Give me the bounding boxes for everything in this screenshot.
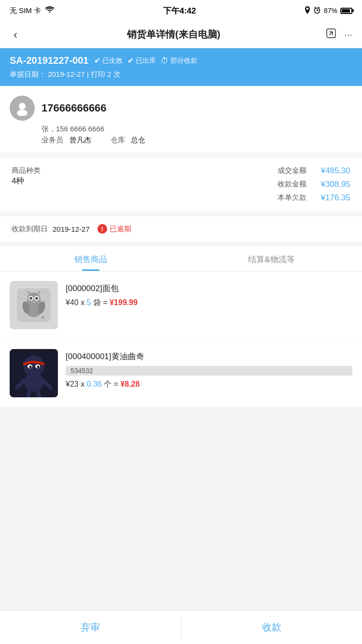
svg-point-7 <box>17 110 28 116</box>
product-item: + [0000002]面包 ¥40 x 5 袋 = ¥199.99 <box>0 271 362 339</box>
collected-row: 收款金额 ¥308.95 <box>278 180 350 189</box>
product-price-2: ¥23 x 0.36 个 = ¥8.28 <box>66 379 352 390</box>
tab-settlement[interactable]: 结算&物流等 <box>181 246 362 271</box>
nav-bar: ‹ 销货单详情(来自电脑) ··· <box>0 21 362 48</box>
product-price-1: ¥40 x 5 袋 = ¥199.99 <box>66 298 352 308</box>
tabs-section: 销售商品 结算&物流等 <box>0 246 362 271</box>
avatar <box>10 96 35 121</box>
status-badge-3: ⏱ 部分收款 <box>161 56 197 65</box>
overdue-dot-icon: ! <box>97 224 107 234</box>
status-badges: ✔ 已生效 ✔ 已出库 ⏱ 部分收款 <box>94 56 197 65</box>
svg-point-14 <box>35 297 38 300</box>
order-meta: 单据日期： 2019-12-27 | 打印 2 次 <box>10 70 352 79</box>
product-name-1: [0000002]面包 <box>66 283 352 294</box>
product-image-2 <box>10 349 58 397</box>
due-label: 收款到期日 <box>12 224 48 234</box>
category-value: 4种 <box>12 175 41 186</box>
category-info: 商品种类 4种 <box>12 166 41 186</box>
customer-info: 张，156 6666 6666 <box>10 125 352 134</box>
reject-button[interactable]: 弃审 <box>0 613 181 642</box>
deal-amount-row: 成交金额 ¥485.30 <box>278 166 350 176</box>
products-section: + [0000002]面包 ¥40 x 5 袋 = ¥199.99 <box>0 271 362 407</box>
summary-row: 商品种类 4种 成交金额 ¥485.30 收款金额 ¥308.95 本单欠款 ¥… <box>12 166 350 203</box>
order-header: SA-20191227-001 ✔ 已生效 ✔ 已出库 ⏱ 部分收款 单据日期：… <box>0 48 362 86</box>
owl-icon: + <box>17 288 51 322</box>
svg-point-25 <box>29 366 32 368</box>
staff-warehouse-row: 业务员 曾凡杰 仓库 总仓 <box>10 136 352 145</box>
collected-value: ¥308.95 <box>321 180 350 189</box>
user-icon <box>14 100 30 116</box>
svg-line-4 <box>319 7 320 8</box>
product-qty-1: 5 <box>87 298 91 307</box>
collect-button[interactable]: 收款 <box>181 613 362 642</box>
clock-icon: ⏱ <box>161 56 168 65</box>
tabs-row: 销售商品 结算&物流等 <box>0 246 362 271</box>
status-left: 无 SIM 卡 <box>10 6 55 15</box>
page-title: 销货单详情(来自电脑) <box>127 28 220 41</box>
overdue-text: 已逾期 <box>110 224 131 234</box>
due-date-section: 收款到期日 2019-12-27 ! 已逾期 <box>0 216 362 241</box>
product-item-2: [000400001]黄油曲奇 534532 ¥23 x 0.36 个 = ¥8… <box>0 339 362 407</box>
wifi-icon <box>45 6 55 15</box>
tab-sales-products[interactable]: 销售商品 <box>0 246 181 271</box>
battery-percentage: 87% <box>324 7 337 14</box>
product-name-2: [000400001]黄油曲奇 <box>66 351 352 362</box>
status-badge-2: ✔ 已出库 <box>127 56 156 65</box>
svg-point-13 <box>29 297 32 300</box>
carrier-text: 无 SIM 卡 <box>10 6 41 15</box>
deal-amount-value: ¥485.30 <box>321 166 350 176</box>
product-info-2: [000400001]黄油曲奇 534532 ¥23 x 0.36 个 = ¥8… <box>66 349 352 390</box>
more-icon[interactable]: ··· <box>344 29 352 40</box>
customer-row: 17666666666 <box>10 96 352 121</box>
svg-text:+: + <box>41 314 44 321</box>
category-label: 商品种类 <box>12 166 41 175</box>
status-badge-1: ✔ 已生效 <box>94 56 123 65</box>
svg-point-26 <box>37 366 40 368</box>
svg-line-30 <box>28 390 30 397</box>
status-bar: 无 SIM 卡 下午4:42 87% <box>0 0 362 21</box>
product-total-2: ¥8.28 <box>120 380 139 388</box>
share-icon[interactable] <box>326 28 336 41</box>
product-qty-2: 0.36 <box>87 380 102 388</box>
due-date-value: 2019-12-27 <box>53 225 90 233</box>
svg-point-27 <box>24 372 43 392</box>
product-image-1: + <box>10 281 58 329</box>
debt-label: 本单欠款 <box>278 193 306 203</box>
summary-section: 商品种类 4种 成交金额 ¥485.30 收款金额 ¥308.95 本单欠款 ¥… <box>0 157 362 211</box>
collected-label: 收款金额 <box>278 180 306 189</box>
svg-line-3 <box>315 7 316 8</box>
product-info-1: [0000002]面包 ¥40 x 5 袋 = ¥199.99 <box>66 281 352 308</box>
order-id-row: SA-20191227-001 ✔ 已生效 ✔ 已出库 ⏱ 部分收款 <box>10 55 352 66</box>
product-thumbnail-2 <box>10 349 58 397</box>
product-total-1: ¥199.99 <box>110 298 138 307</box>
debt-value: ¥176.35 <box>321 193 350 203</box>
svg-line-31 <box>38 390 40 397</box>
check-icon-2: ✔ <box>127 56 134 65</box>
bottom-bar: 弃审 收款 <box>0 610 362 644</box>
back-button[interactable]: ‹ <box>10 24 21 45</box>
status-right: 87% <box>305 6 352 15</box>
customer-card: 17666666666 张，156 6666 6666 业务员 曾凡杰 仓库 总… <box>0 86 362 153</box>
tab-underline <box>82 269 99 271</box>
location-icon <box>305 6 310 15</box>
debt-row: 本单欠款 ¥176.35 <box>278 193 350 203</box>
customer-name: 17666666666 <box>42 102 107 114</box>
nav-actions: ··· <box>326 28 352 41</box>
alarm-icon <box>313 6 321 15</box>
check-icon-1: ✔ <box>94 56 100 65</box>
svg-point-6 <box>19 103 26 110</box>
overdue-badge: ! 已逾期 <box>97 224 131 234</box>
product-thumbnail-1: + <box>10 281 58 329</box>
deal-amount-label: 成交金额 <box>278 166 306 176</box>
warehouse-info: 仓库 总仓 <box>111 136 146 145</box>
battery-icon <box>340 8 352 14</box>
bottom-spacer <box>0 407 362 446</box>
amounts: 成交金额 ¥485.30 收款金额 ¥308.95 本单欠款 ¥176.35 <box>278 166 350 203</box>
staff-info: 业务员 曾凡杰 <box>42 136 91 145</box>
product-badge-2: 534532 <box>66 366 352 376</box>
order-id: SA-20191227-001 <box>10 55 88 66</box>
customer-sub-info: 张，156 6666 6666 <box>42 125 352 134</box>
status-time: 下午4:42 <box>163 5 196 16</box>
